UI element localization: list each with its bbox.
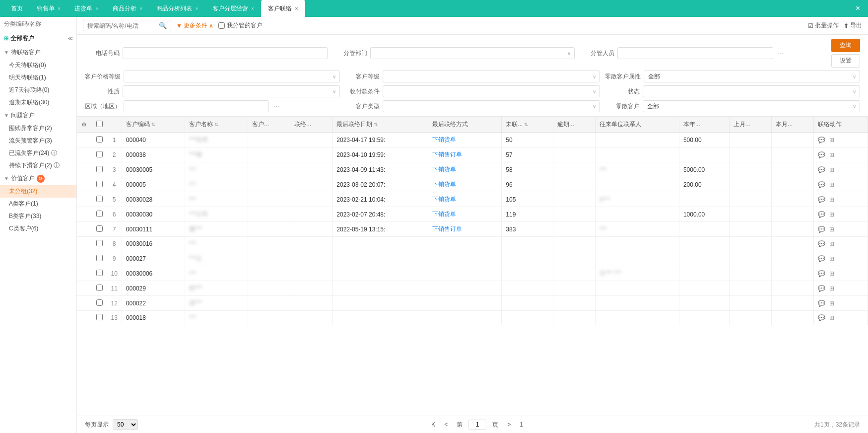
action-more-icon[interactable]: ⊞: [829, 151, 834, 158]
row-checkbox[interactable]: [96, 314, 103, 320]
main-search-input[interactable]: [87, 22, 157, 29]
close-customer-contact-icon[interactable]: ×: [295, 5, 298, 11]
sidebar-item-today[interactable]: 今天待联络(0): [0, 59, 76, 72]
close-customer-segment-icon[interactable]: ×: [251, 5, 254, 11]
filter-scatter-attr-select[interactable]: 全部: [644, 71, 860, 82]
col-last-contact-method[interactable]: 最后联络方式: [428, 117, 502, 133]
col-last-contact-date[interactable]: 最后联络日期⇅: [333, 117, 428, 133]
action-chat-icon[interactable]: 💬: [818, 270, 825, 277]
contact-method-link[interactable]: 下销货单: [432, 166, 456, 173]
filter-cust-level-select[interactable]: [383, 71, 600, 82]
action-chat-icon[interactable]: 💬: [818, 285, 825, 292]
action-chat-icon[interactable]: 💬: [818, 314, 825, 321]
col-this-year[interactable]: 本年...: [679, 117, 729, 133]
my-customers-check[interactable]: [218, 22, 225, 29]
row-checkbox[interactable]: [96, 255, 103, 261]
action-more-icon[interactable]: ⊞: [829, 166, 834, 173]
nav-customer-segment[interactable]: 客户分层经营 ×: [205, 0, 261, 17]
contact-method-link[interactable]: 下销货单: [432, 211, 456, 217]
action-more-icon[interactable]: ⊞: [829, 211, 834, 218]
col-code[interactable]: 客户编码⇅: [122, 117, 185, 133]
action-more-icon[interactable]: ⊞: [829, 137, 834, 144]
col-this-month[interactable]: 本月...: [772, 117, 814, 133]
row-checkbox[interactable]: [96, 270, 103, 276]
bulk-ops-button[interactable]: ☑ 批量操作: [808, 21, 839, 30]
close-analysis-list-icon[interactable]: ×: [195, 5, 198, 11]
sidebar-item-overdue[interactable]: 逾期未联络(30): [0, 96, 76, 109]
row-checkbox-cell[interactable]: [92, 222, 107, 237]
action-more-icon[interactable]: ⊞: [829, 300, 834, 307]
filter-payment-select[interactable]: [383, 85, 600, 97]
nav-customer-contact[interactable]: 客户联络 ×: [261, 0, 305, 17]
filter-scatter-cust-select[interactable]: 全部: [643, 100, 860, 112]
action-chat-icon[interactable]: 💬: [818, 211, 825, 218]
filter-nature-select[interactable]: [123, 85, 340, 97]
col-checkbox[interactable]: [92, 117, 107, 133]
contact-method-link[interactable]: 下销货单: [432, 136, 456, 143]
row-checkbox[interactable]: [96, 299, 103, 306]
row-checkbox-cell[interactable]: [92, 251, 107, 266]
col-name[interactable]: 客户名称⇅: [185, 117, 248, 133]
row-checkbox[interactable]: [96, 211, 103, 217]
contact-method-link[interactable]: 下销售订单: [432, 225, 462, 232]
nav-analysis-list[interactable]: 商品分析列表 ×: [149, 0, 205, 17]
query-button[interactable]: 查询: [831, 39, 860, 52]
ellipsis-icon-2[interactable]: ···: [272, 102, 282, 110]
contact-method-link[interactable]: 下销售订单: [432, 151, 462, 158]
action-chat-icon[interactable]: 💬: [818, 300, 825, 307]
action-more-icon[interactable]: ⊞: [829, 285, 834, 292]
row-checkbox-cell[interactable]: [92, 192, 107, 207]
sidebar-item-churned[interactable]: 已流失客户(24) ⓘ: [0, 147, 76, 159]
filter-manager-input[interactable]: [617, 47, 773, 59]
row-checkbox[interactable]: [96, 196, 103, 202]
row-checkbox-cell[interactable]: [92, 311, 107, 325]
sidebar-item-ungrouped[interactable]: 未分组(32): [0, 185, 76, 198]
filter-phone-input[interactable]: [123, 47, 328, 59]
row-checkbox[interactable]: [96, 285, 103, 291]
filter-region-input[interactable]: [124, 100, 269, 112]
nav-purchase[interactable]: 进货单 ×: [67, 0, 105, 17]
row-checkbox-cell[interactable]: [92, 237, 107, 251]
row-checkbox-cell[interactable]: [92, 162, 107, 177]
row-checkbox[interactable]: [96, 151, 103, 157]
group-value-customers[interactable]: ▼ 价值客户 ⟳: [0, 172, 76, 185]
sidebar-item-type-c[interactable]: C类客户(6): [0, 222, 76, 235]
page-input[interactable]: [468, 420, 486, 430]
filter-status-select[interactable]: [643, 85, 860, 97]
action-chat-icon[interactable]: 💬: [818, 137, 825, 144]
collapse-sidebar-icon[interactable]: ≪: [67, 36, 72, 41]
action-more-icon[interactable]: ⊞: [829, 255, 834, 262]
page-size-select[interactable]: 50 100 200: [113, 419, 138, 430]
row-checkbox[interactable]: [96, 136, 103, 143]
action-chat-icon[interactable]: 💬: [818, 181, 825, 188]
ellipsis-icon-1[interactable]: ···: [776, 49, 786, 57]
prev-page-btn[interactable]: <: [441, 420, 451, 429]
row-checkbox[interactable]: [96, 181, 103, 187]
row-checkbox[interactable]: [96, 225, 103, 232]
more-conditions-btn[interactable]: ▼ 更多条件 ∧: [176, 21, 213, 30]
row-checkbox[interactable]: [96, 166, 103, 172]
select-all-checkbox[interactable]: [96, 121, 103, 127]
action-chat-icon[interactable]: 💬: [818, 255, 825, 262]
group-pending-contact[interactable]: ▼ 待联络客户: [0, 46, 76, 59]
row-checkbox-cell[interactable]: [92, 266, 107, 281]
nav-analysis[interactable]: 商品分析 ×: [106, 0, 149, 17]
reset-button[interactable]: 设置: [831, 54, 860, 68]
action-more-icon[interactable]: ⊞: [829, 314, 834, 321]
action-chat-icon[interactable]: 💬: [818, 196, 825, 203]
filter-price-level-select[interactable]: [124, 71, 340, 82]
action-more-icon[interactable]: ⊞: [829, 196, 834, 203]
action-more-icon[interactable]: ⊞: [829, 226, 834, 233]
close-window-button[interactable]: ×: [852, 4, 864, 13]
row-checkbox-cell[interactable]: [92, 147, 107, 162]
my-customers-checkbox[interactable]: 我分管的客户: [218, 21, 263, 30]
row-checkbox-cell[interactable]: [92, 177, 107, 192]
first-page-btn[interactable]: K: [428, 420, 438, 429]
filter-cust-type-select[interactable]: [383, 100, 600, 112]
action-chat-icon[interactable]: 💬: [818, 151, 825, 158]
action-chat-icon[interactable]: 💬: [818, 226, 825, 233]
col-last-month[interactable]: 上月...: [729, 117, 771, 133]
last-page-btn[interactable]: 1: [517, 420, 526, 429]
sidebar-item-7days[interactable]: 近7天待联络(0): [0, 84, 76, 96]
nav-home[interactable]: 首页: [4, 0, 30, 17]
